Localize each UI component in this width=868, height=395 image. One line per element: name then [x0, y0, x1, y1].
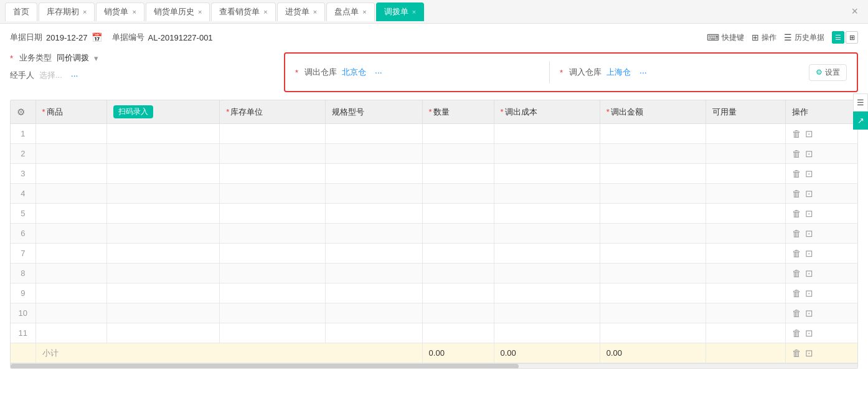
cell-amount-5[interactable] — [600, 204, 705, 224]
out-warehouse-value[interactable]: 北京仓 — [342, 67, 366, 78]
tab-inventory-check[interactable]: 盘点单 × — [326, 2, 374, 21]
cell-spec-10[interactable] — [326, 303, 422, 323]
tab-close-transfer[interactable]: × — [412, 8, 416, 16]
cell-available-6[interactable] — [705, 224, 785, 244]
cell-cost-2[interactable] — [494, 144, 600, 164]
cell-unit-4[interactable] — [220, 184, 326, 204]
tab-close-inventory-init[interactable]: × — [83, 8, 87, 16]
th-scan[interactable]: 扫码录入 — [107, 100, 220, 124]
cell-cost-1[interactable] — [494, 124, 600, 144]
cell-cost-11[interactable] — [494, 323, 600, 343]
cell-amount-11[interactable] — [600, 323, 705, 343]
warehouse-settings-button[interactable]: ⚙ 设置 — [809, 64, 847, 81]
cell-unit-10[interactable] — [220, 303, 326, 323]
history-button[interactable]: ☰ 历史单据 — [784, 32, 824, 43]
cell-cost-8[interactable] — [494, 264, 600, 283]
copy-icon-11[interactable]: ⊡ — [805, 328, 813, 339]
cell-spec-4[interactable] — [326, 184, 422, 204]
delete-icon-3[interactable]: 🗑 — [792, 168, 801, 179]
cell-unit-9[interactable] — [220, 283, 326, 303]
delete-icon-1[interactable]: 🗑 — [792, 128, 801, 139]
out-warehouse-more-button[interactable]: ··· — [375, 67, 382, 77]
tab-purchase-order[interactable]: 进货单 × — [277, 2, 325, 21]
cell-spec-9[interactable] — [326, 283, 422, 303]
cell-amount-2[interactable] — [600, 144, 705, 164]
tab-close-purchase-order[interactable]: × — [313, 8, 317, 16]
cell-available-10[interactable] — [705, 303, 785, 323]
cell-product-6[interactable] — [35, 224, 107, 244]
cell-unit-5[interactable] — [220, 204, 326, 224]
cell-available-3[interactable] — [705, 164, 785, 184]
cell-amount-4[interactable] — [600, 184, 705, 204]
handler-more-button[interactable]: ··· — [71, 70, 78, 80]
cell-available-4[interactable] — [705, 184, 785, 204]
cell-spec-1[interactable] — [326, 124, 422, 144]
cell-cost-7[interactable] — [494, 244, 600, 264]
copy-icon-9[interactable]: ⊡ — [805, 288, 813, 299]
copy-icon-2[interactable]: ⊡ — [805, 148, 813, 159]
cell-amount-8[interactable] — [600, 264, 705, 283]
cell-available-8[interactable] — [705, 264, 785, 283]
cell-amount-3[interactable] — [600, 164, 705, 184]
cell-amount-9[interactable] — [600, 283, 705, 303]
cell-available-1[interactable] — [705, 124, 785, 144]
cell-quantity-5[interactable] — [422, 204, 494, 224]
cell-amount-6[interactable] — [600, 224, 705, 244]
cell-quantity-6[interactable] — [422, 224, 494, 244]
cell-available-9[interactable] — [705, 283, 785, 303]
delete-icon-6[interactable]: 🗑 — [792, 228, 801, 239]
cell-available-2[interactable] — [705, 144, 785, 164]
delete-icon-10[interactable]: 🗑 — [792, 308, 801, 318]
horizontal-scrollbar[interactable] — [11, 363, 857, 368]
copy-icon-4[interactable]: ⊡ — [805, 188, 813, 199]
tab-close-sales-history[interactable]: × — [198, 8, 202, 16]
cell-product-1[interactable] — [35, 124, 107, 144]
delete-icon-8[interactable]: 🗑 — [792, 268, 801, 278]
cell-spec-11[interactable] — [326, 323, 422, 343]
cell-quantity-1[interactable] — [422, 124, 494, 144]
delete-icon-sub[interactable]: 🗑 — [792, 348, 801, 358]
cell-product-2[interactable] — [35, 144, 107, 164]
tab-transfer[interactable]: 调拨单 × — [376, 2, 424, 21]
th-settings[interactable]: ⚙ — [11, 100, 35, 124]
cell-cost-4[interactable] — [494, 184, 600, 204]
copy-icon-6[interactable]: ⊡ — [805, 228, 813, 239]
cell-product-9[interactable] — [35, 283, 107, 303]
cell-unit-8[interactable] — [220, 264, 326, 283]
cell-amount-7[interactable] — [600, 244, 705, 264]
delete-icon-2[interactable]: 🗑 — [792, 148, 801, 159]
cell-spec-8[interactable] — [326, 264, 422, 283]
cell-unit-2[interactable] — [220, 144, 326, 164]
cell-cost-9[interactable] — [494, 283, 600, 303]
cell-amount-1[interactable] — [600, 124, 705, 144]
in-warehouse-value[interactable]: 上海仓 — [606, 67, 631, 78]
cell-cost-3[interactable] — [494, 164, 600, 184]
delete-icon-4[interactable]: 🗑 — [792, 188, 801, 199]
cell-cost-6[interactable] — [494, 224, 600, 244]
cell-quantity-4[interactable] — [422, 184, 494, 204]
cell-quantity-9[interactable] — [422, 283, 494, 303]
cell-available-11[interactable] — [705, 323, 785, 343]
cell-available-5[interactable] — [705, 204, 785, 224]
tab-sales-history[interactable]: 销货单历史 × — [146, 2, 210, 21]
cell-product-10[interactable] — [35, 303, 107, 323]
sidebar-list-button[interactable]: ☰ — [853, 93, 868, 112]
cell-spec-7[interactable] — [326, 244, 422, 264]
operation-button[interactable]: ⊞ 操作 — [752, 32, 776, 43]
shortcut-button[interactable]: ⌨ 快捷键 — [707, 32, 744, 43]
cell-unit-1[interactable] — [220, 124, 326, 144]
cell-product-3[interactable] — [35, 164, 107, 184]
cell-unit-6[interactable] — [220, 224, 326, 244]
cell-spec-6[interactable] — [326, 224, 422, 244]
tab-sales-order[interactable]: 销货单 × — [96, 2, 144, 21]
cell-product-4[interactable] — [35, 184, 107, 204]
copy-icon-1[interactable]: ⊡ — [805, 128, 813, 140]
delete-icon-5[interactable]: 🗑 — [792, 208, 801, 219]
cell-quantity-11[interactable] — [422, 323, 494, 343]
cell-product-8[interactable] — [35, 264, 107, 283]
cell-quantity-2[interactable] — [422, 144, 494, 164]
cell-product-11[interactable] — [35, 323, 107, 343]
doc-date-value[interactable]: 2019-12-27 — [46, 33, 88, 42]
tab-view-sales[interactable]: 查看销货单 × — [211, 2, 275, 21]
business-type-dropdown-icon[interactable]: ▾ — [94, 54, 98, 63]
